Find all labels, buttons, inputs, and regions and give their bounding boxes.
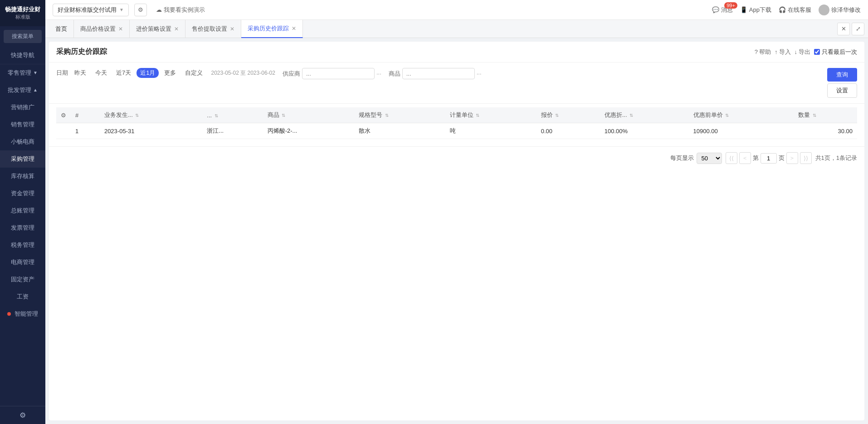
tab-maximize-button[interactable]: ⤢ — [852, 23, 864, 35]
th-index: # — [71, 107, 100, 123]
sidebar-item-sales[interactable]: 销售管理 — [0, 116, 45, 133]
chevron-up-icon: ▲ — [33, 87, 38, 92]
version-selector[interactable]: 好业财标准版交付试用 ▼ — [53, 4, 129, 16]
page-label: 第 — [753, 154, 759, 162]
supplier-more-icon[interactable]: ··· — [376, 70, 381, 77]
sidebar-bottom: ⚙ — [0, 406, 45, 424]
table-settings-icon[interactable]: ⚙ — [61, 112, 66, 119]
date-tab-custom[interactable]: 自定义 — [181, 68, 206, 78]
product-more-icon[interactable]: ··· — [477, 70, 482, 77]
page-content: 采购历史价跟踪 ? 帮助 ↑ 导入 ↓ 导出 — [45, 38, 868, 424]
sidebar-item-quick-nav[interactable]: 快捷导航 — [0, 47, 45, 64]
date-tab-1month[interactable]: 近1月 — [137, 68, 159, 78]
online-service-button[interactable]: 🎧 在线客服 — [779, 6, 811, 14]
tab-bar-actions: ✕ ⤢ — [837, 23, 864, 35]
query-button[interactable]: 查询 — [827, 68, 857, 82]
th-settings: ⚙ — [56, 107, 71, 123]
last-only-checkbox-label[interactable]: 只看最后一次 — [814, 48, 857, 56]
last-only-checkbox[interactable] — [814, 49, 820, 55]
date-range-display: 2023-05-02 至 2023-06-02 — [211, 69, 275, 77]
payroll-label: 工资 — [17, 293, 29, 300]
logo-subtitle: 标准版 — [4, 14, 42, 20]
sidebar-item-capital[interactable]: 资金管理 — [0, 185, 45, 202]
date-filter-group: 日期 昨天 今天 近7天 近1月 更多 自定义 2023-05-02 至 202… — [56, 68, 275, 78]
cloud-icon: ☁ — [156, 6, 162, 13]
quick-nav-label: 快捷导航 — [11, 52, 34, 58]
sidebar-item-ecommerce[interactable]: 电商管理 — [0, 254, 45, 271]
pagination: 每页显示 10 20 50 100 ⟨⟨ ＜ 第 页 ＞ ⟩⟩ — [49, 146, 864, 169]
dot-icon — [7, 312, 11, 316]
export-icon: ↓ — [795, 48, 798, 55]
td-discount: 100.00% — [600, 123, 689, 139]
table-header-row: ⚙ # 业务发生... ⇅ ... ⇅ — [56, 107, 857, 123]
purchase-label: 采购管理 — [11, 155, 34, 162]
date-tab-7days[interactable]: 近7天 — [112, 68, 135, 78]
sidebar-logo[interactable]: 畅捷通好业财 标准版 — [0, 0, 45, 26]
tab-purchase-history[interactable]: 采购历史价跟踪 ✕ — [241, 20, 303, 38]
sidebar-item-invoice[interactable]: 发票管理 — [0, 219, 45, 236]
settings-icon[interactable]: ⚙ — [20, 411, 26, 419]
demo-button[interactable]: ☁ 我要看实例演示 — [156, 6, 205, 14]
data-table: ⚙ # 业务发生... ⇅ ... ⇅ — [56, 107, 857, 139]
import-icon: ↑ — [775, 48, 778, 55]
last-page-button[interactable]: ⟩⟩ — [800, 152, 812, 164]
sort-icon: ⇅ — [282, 113, 285, 118]
date-tab-today[interactable]: 今天 — [92, 68, 111, 78]
sidebar-item-wholesale[interactable]: 批发管理 ▲ — [0, 82, 45, 99]
mobile-icon: 📱 — [740, 6, 747, 13]
date-tab-more[interactable]: 更多 — [161, 68, 180, 78]
tab-home[interactable]: 首页 — [49, 20, 74, 38]
filter-action-buttons: 查询 设置 — [827, 68, 857, 98]
tab-sale-price[interactable]: 售价提取设置 ✕ — [185, 20, 241, 38]
filter-settings-button[interactable]: 设置 — [827, 83, 857, 98]
page-input[interactable] — [761, 153, 777, 164]
filter-bar: 日期 昨天 今天 近7天 近1月 更多 自定义 2023-05-02 至 202… — [49, 63, 864, 104]
ecommerce-small-label: 小畅电商 — [11, 138, 34, 145]
sidebar-item-inventory[interactable]: 库存核算 — [0, 168, 45, 185]
sidebar-item-accounting[interactable]: 总账管理 — [0, 202, 45, 219]
supplier-filter-group: 供应商 ··· — [283, 68, 381, 79]
message-badge: 99+ — [724, 2, 737, 9]
help-button[interactable]: ? 帮助 — [755, 48, 771, 56]
tab-purchase-strategy[interactable]: 进价策略设置 ✕ — [130, 20, 185, 38]
export-button[interactable]: ↓ 导出 — [795, 48, 811, 56]
prev-page-button[interactable]: ＜ — [739, 152, 751, 164]
search-menu-button[interactable]: 搜索菜单 — [4, 30, 42, 43]
sidebar-item-ecommerce-small[interactable]: 小畅电商 — [0, 133, 45, 150]
sidebar-item-fixed-assets[interactable]: 固定资产 — [0, 271, 45, 288]
sort-icon: ⇅ — [385, 113, 389, 118]
sidebar-item-smart[interactable]: 智能管理 — [0, 305, 45, 323]
sidebar-item-tax[interactable]: 税务管理 — [0, 236, 45, 254]
sidebar-item-payroll[interactable]: 工资 — [0, 288, 45, 305]
product-filter-group: 商品 ··· — [389, 68, 482, 79]
close-icon[interactable]: ✕ — [230, 26, 234, 32]
supplier-input[interactable] — [302, 68, 375, 79]
date-tab-yesterday[interactable]: 昨天 — [71, 68, 90, 78]
sidebar-item-purchase[interactable]: 采购管理 — [0, 150, 45, 168]
page-suffix: 页 — [779, 154, 785, 162]
sidebar-search-area: 搜索菜单 — [0, 26, 45, 47]
sidebar-item-retail[interactable]: 零售管理 ▼ — [0, 64, 45, 82]
logo-title: 畅捷通好业财 — [4, 5, 42, 14]
tab-close-window-button[interactable]: ✕ — [837, 23, 850, 35]
next-page-button[interactable]: ＞ — [786, 152, 798, 164]
tab-bar: 首页 商品价格设置 ✕ 进价策略设置 ✕ 售价提取设置 ✕ 采购历史价跟踪 ✕ … — [45, 20, 868, 38]
sidebar-nav-section: 零售管理 ▼ 批发管理 ▲ 营销推广 销售管理 小畅电商 采购管理 库存核算 资… — [0, 64, 45, 323]
import-button[interactable]: ↑ 导入 — [775, 48, 791, 56]
sidebar-item-marketing[interactable]: 营销推广 — [0, 99, 45, 116]
close-icon[interactable]: ✕ — [174, 26, 179, 32]
message-button[interactable]: 💬 消息 99+ — [712, 6, 733, 14]
first-page-button[interactable]: ⟨⟨ — [726, 152, 737, 164]
close-icon[interactable]: ✕ — [118, 26, 123, 32]
close-icon[interactable]: ✕ — [292, 25, 296, 32]
tab-product-price-label: 商品价格设置 — [80, 25, 116, 33]
main-area: 好业财标准版交付试用 ▼ ⚙ ☁ 我要看实例演示 💬 消息 99+ 📱 App下… — [45, 0, 868, 424]
product-input[interactable] — [402, 68, 475, 79]
per-page-select[interactable]: 10 20 50 100 — [697, 153, 722, 164]
header-settings-button[interactable]: ⚙ — [134, 4, 147, 16]
td-date: 2023-05-31 — [100, 123, 202, 139]
tab-product-price[interactable]: 商品价格设置 ✕ — [74, 20, 130, 38]
app-download-button[interactable]: 📱 App下载 — [740, 6, 771, 14]
sort-icon: ⇅ — [629, 113, 633, 118]
user-info[interactable]: 徐泽华修改 — [819, 5, 861, 15]
